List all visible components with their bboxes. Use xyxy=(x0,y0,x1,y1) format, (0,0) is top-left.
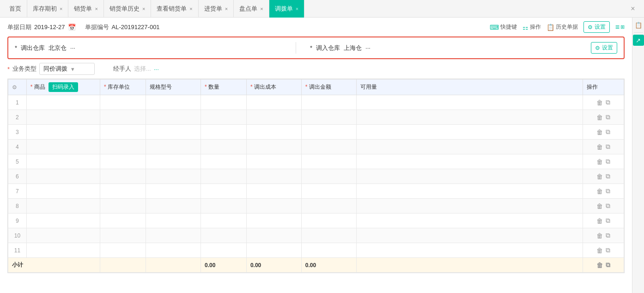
delete-icon[interactable]: 🗑 xyxy=(596,173,603,180)
row-available[interactable] xyxy=(356,199,583,214)
row-cost[interactable] xyxy=(246,95,301,110)
delete-icon[interactable]: 🗑 xyxy=(596,217,603,225)
row-amount[interactable] xyxy=(301,140,356,154)
row-spec[interactable] xyxy=(146,214,201,228)
gear-icon[interactable]: ⚙ xyxy=(12,84,17,91)
row-available[interactable] xyxy=(356,184,583,199)
row-spec[interactable] xyxy=(146,95,201,110)
row-amount[interactable] xyxy=(301,184,356,199)
scan-button[interactable]: 扫码录入 xyxy=(49,82,78,92)
copy-icon[interactable]: ⧉ xyxy=(606,187,610,195)
row-available[interactable] xyxy=(356,154,583,169)
row-available[interactable] xyxy=(356,140,583,154)
row-unit[interactable] xyxy=(100,140,146,154)
row-spec[interactable] xyxy=(146,140,201,154)
row-cost[interactable] xyxy=(246,199,301,214)
calendar-icon[interactable]: 📅 xyxy=(68,24,76,31)
row-cost[interactable] xyxy=(246,243,301,258)
row-product[interactable] xyxy=(26,110,100,125)
row-qty[interactable] xyxy=(201,154,247,169)
row-cost[interactable] xyxy=(246,140,301,154)
row-unit[interactable] xyxy=(100,95,146,110)
copy-icon[interactable]: ⧉ xyxy=(606,128,610,136)
delete-icon[interactable]: 🗑 xyxy=(596,158,603,165)
tab-transfer-order-close[interactable]: × xyxy=(296,6,298,12)
row-spec[interactable] xyxy=(146,125,201,140)
tab-purchase-order-close[interactable]: × xyxy=(225,6,228,12)
subtotal-delete-icon[interactable]: 🗑 xyxy=(596,262,603,269)
out-warehouse-value[interactable]: 北京仓 xyxy=(49,44,67,52)
row-available[interactable] xyxy=(356,125,583,140)
row-qty[interactable] xyxy=(201,243,247,258)
settings-button[interactable]: ⚙ 设置 xyxy=(583,21,610,33)
row-product[interactable] xyxy=(26,169,100,184)
row-amount[interactable] xyxy=(301,110,356,125)
row-unit[interactable] xyxy=(100,184,146,199)
in-warehouse-value[interactable]: 上海仓 xyxy=(344,44,362,52)
copy-icon[interactable]: ⧉ xyxy=(606,217,610,225)
row-unit[interactable] xyxy=(100,110,146,125)
delete-icon[interactable]: 🗑 xyxy=(596,202,603,210)
in-warehouse-more[interactable]: ··· xyxy=(365,44,371,51)
row-unit[interactable] xyxy=(100,169,146,184)
copy-icon[interactable]: ⧉ xyxy=(606,246,610,254)
row-spec[interactable] xyxy=(146,110,201,125)
tab-inventory-check-close[interactable]: × xyxy=(260,6,263,12)
row-spec[interactable] xyxy=(146,184,201,199)
row-product[interactable] xyxy=(26,125,100,140)
tab-inventory-init-close[interactable]: × xyxy=(60,6,62,12)
row-amount[interactable] xyxy=(301,214,356,228)
row-available[interactable] xyxy=(356,95,583,110)
row-amount[interactable] xyxy=(301,95,356,110)
row-amount[interactable] xyxy=(301,199,356,214)
sidebar-expand-icon[interactable]: ↗ xyxy=(633,35,644,46)
row-amount[interactable] xyxy=(301,125,356,140)
row-product[interactable] xyxy=(26,95,100,110)
row-available[interactable] xyxy=(356,214,583,228)
copy-icon[interactable]: ⧉ xyxy=(606,232,610,239)
row-spec[interactable] xyxy=(146,154,201,169)
tab-inventory-init[interactable]: 库存期初 × xyxy=(27,0,68,18)
shortcut-button[interactable]: ⌨ 快捷键 xyxy=(490,23,517,31)
operation-button[interactable]: ⚏ 操作 xyxy=(522,23,541,31)
row-qty[interactable] xyxy=(201,214,247,228)
row-qty[interactable] xyxy=(201,140,247,154)
row-qty[interactable] xyxy=(201,169,247,184)
copy-icon[interactable]: ⧉ xyxy=(606,172,610,180)
row-spec[interactable] xyxy=(146,199,201,214)
warehouse-settings-button[interactable]: ⚙ 设置 xyxy=(591,42,617,54)
row-spec[interactable] xyxy=(146,228,201,243)
row-unit[interactable] xyxy=(100,214,146,228)
tab-view-sales-close[interactable]: × xyxy=(189,6,192,12)
row-unit[interactable] xyxy=(100,228,146,243)
row-cost[interactable] xyxy=(246,214,301,228)
row-unit[interactable] xyxy=(100,154,146,169)
row-cost[interactable] xyxy=(246,184,301,199)
row-product[interactable] xyxy=(26,228,100,243)
row-qty[interactable] xyxy=(201,199,247,214)
row-available[interactable] xyxy=(356,110,583,125)
row-qty[interactable] xyxy=(201,228,247,243)
tab-sales-history-close[interactable]: × xyxy=(142,6,145,12)
handler-select[interactable]: 选择... xyxy=(134,65,151,73)
row-cost[interactable] xyxy=(246,228,301,243)
tab-home[interactable]: 首页 xyxy=(4,0,27,18)
tab-sales-order-close[interactable]: × xyxy=(95,6,97,12)
business-type-select[interactable]: 同价调拨 ▾ xyxy=(39,63,95,75)
date-value[interactable]: 2019-12-27 xyxy=(34,24,65,31)
tab-sales-history[interactable]: 销货单历史 × xyxy=(104,0,151,18)
row-amount[interactable] xyxy=(301,154,356,169)
window-close-button[interactable]: × xyxy=(626,1,640,16)
row-cost[interactable] xyxy=(246,154,301,169)
copy-icon[interactable]: ⧉ xyxy=(606,113,610,121)
delete-icon[interactable]: 🗑 xyxy=(596,247,603,254)
list-view-button[interactable]: ≡ ⊞ xyxy=(615,23,625,31)
row-spec[interactable] xyxy=(146,169,201,184)
row-unit[interactable] xyxy=(100,243,146,258)
row-cost[interactable] xyxy=(246,125,301,140)
delete-icon[interactable]: 🗑 xyxy=(596,99,603,106)
sidebar-notes-icon[interactable]: 📋 xyxy=(633,19,644,31)
tab-purchase-order[interactable]: 进货单 × xyxy=(199,0,234,18)
row-product[interactable] xyxy=(26,184,100,199)
copy-icon[interactable]: ⧉ xyxy=(606,143,610,151)
